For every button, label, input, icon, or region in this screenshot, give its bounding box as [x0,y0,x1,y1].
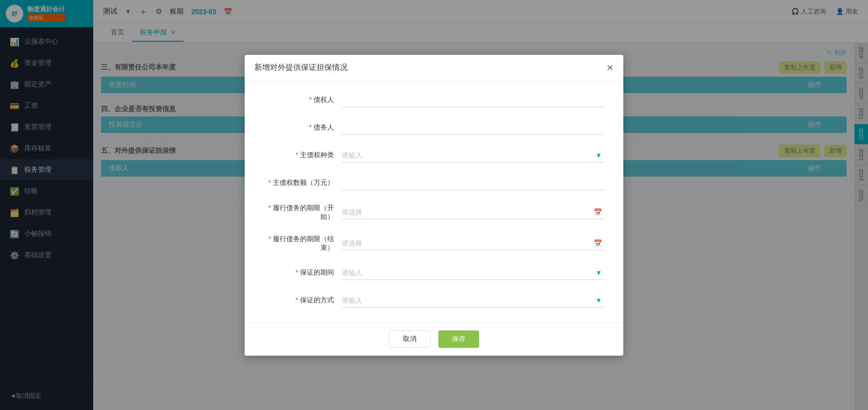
guarantee-period-chevron-icon[interactable]: ▼ [593,267,604,279]
guarantee-period-input[interactable] [342,266,593,279]
main-content: 测试 ▼ ＋ ⚙ 账期 2023-03 📅 🎧 人工咨询 👤 用友 首页 [93,0,868,410]
form-row-creditor: * 债权人 [264,93,604,107]
debtor-input[interactable] [342,121,604,135]
guarantee-period-select-wrapper: ▼ [342,266,604,280]
debtor-label: * 债务人 [264,123,342,132]
obligation-start-calendar-icon[interactable]: 📅 [592,206,604,218]
page-body-wrapper: ↻ 刷新 三、有限责任公司本年度 复制上年度 新增 变更时间 操作 [93,43,868,410]
obligation-start-date-wrapper: 📅 [342,205,604,219]
form-row-guarantee-method: * 保证的方式 ▼ [264,294,604,308]
save-button[interactable]: 保存 [438,330,479,348]
obligation-start-input[interactable] [342,205,592,219]
dialog-footer: 取消 保存 [245,322,623,356]
claim-type-input[interactable] [342,148,593,162]
dialog-body: * 债权人 * 债务人 [245,82,623,322]
dialog-overlay: 新增对外提供保证担保情况 ✕ * 债权人 [93,43,868,410]
dialog-close-icon[interactable]: ✕ [606,63,614,73]
required-star-5: * [268,204,271,212]
form-row-claim-type: * 主债权种类 ▼ [264,148,604,163]
form-row-debtor: * 债务人 [264,121,604,135]
required-star-8: * [296,296,298,304]
required-star-2: * [309,123,312,131]
obligation-start-label: * 履行债务的期限（开始） [264,204,342,221]
claim-type-select-wrapper: ▼ [342,148,604,163]
guarantee-method-label: * 保证的方式 [264,296,342,305]
dialog: 新增对外提供保证担保情况 ✕ * 债权人 [245,55,623,356]
form-row-obligation-end: * 履行债务的期限（结束） 📅 [264,235,604,252]
required-star-3: * [296,151,298,159]
cancel-button[interactable]: 取消 [389,330,431,348]
form-row-obligation-start: * 履行债务的期限（开始） 📅 [264,204,604,221]
guarantee-method-select-wrapper: ▼ [342,294,604,308]
guarantee-method-chevron-icon[interactable]: ▼ [593,295,604,306]
creditor-label: * 债权人 [264,96,342,104]
obligation-end-input[interactable] [342,236,592,250]
form-row-guarantee-period: * 保证的期间 ▼ [264,266,604,280]
required-star-7: * [296,268,298,276]
claim-amount-label: * 主债权数额（万元） [264,179,342,187]
creditor-input[interactable] [342,93,604,107]
required-star: * [309,96,312,103]
guarantee-period-label: * 保证的期间 [264,268,342,277]
required-star-4: * [268,179,271,186]
claim-type-label: * 主债权种类 [264,151,342,160]
obligation-end-label: * 履行债务的期限（结束） [264,235,342,252]
required-star-6: * [268,235,271,243]
guarantee-method-input[interactable] [342,294,593,307]
obligation-end-date-wrapper: 📅 [342,236,604,250]
dialog-title: 新增对外提供保证担保情况 [254,63,348,73]
obligation-end-calendar-icon[interactable]: 📅 [592,237,604,249]
form-row-claim-amount: * 主债权数额（万元） [264,176,604,190]
claim-type-chevron-icon[interactable]: ▼ [593,149,604,161]
dialog-header: 新增对外提供保证担保情况 ✕ [245,55,623,82]
claim-amount-input[interactable] [342,176,604,190]
